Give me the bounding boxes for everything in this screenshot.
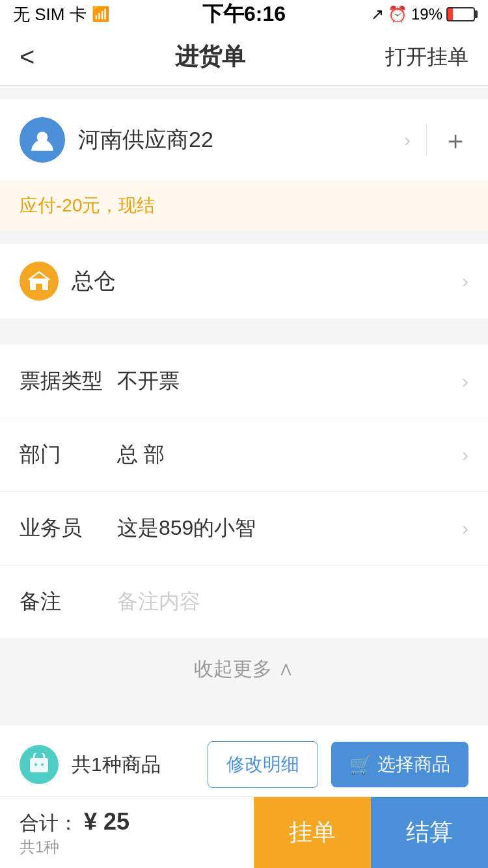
total-label: 合计：	[20, 812, 78, 834]
form-section: 票据类型 不开票 › 部门 总 部 › 业务员 这是859的小智 › 备注 备注…	[0, 345, 488, 639]
svg-point-4	[34, 763, 37, 766]
warehouse-name: 总仓	[72, 266, 462, 296]
supplier-avatar	[20, 117, 65, 163]
divider-2	[0, 230, 488, 243]
select-product-button[interactable]: 🛒 选择商品	[331, 742, 468, 787]
back-button[interactable]: <	[20, 42, 34, 72]
total-count: 共1种	[20, 837, 234, 858]
salesman-value: 这是859的小智	[111, 514, 462, 543]
notice-banner: 应付-20元，现结	[0, 182, 488, 230]
hang-button[interactable]: 挂单	[254, 797, 371, 868]
wifi-icon: 📶	[92, 6, 109, 23]
collapse-label: 收起更多 ∧	[194, 656, 293, 683]
divider-3	[0, 319, 488, 332]
invoice-type-label: 票据类型	[20, 367, 111, 396]
warehouse-icon	[20, 262, 59, 301]
total-amount: ¥ 25	[84, 808, 129, 835]
add-supplier-button[interactable]: ＋	[442, 122, 468, 158]
warehouse-section: 总仓 ›	[0, 243, 488, 319]
carrier-label: 无 SIM 卡	[13, 3, 87, 26]
battery-label: 19%	[411, 5, 442, 23]
location-icon: ↗	[371, 5, 384, 23]
salesman-chevron-icon: ›	[462, 517, 468, 539]
supplier-section: 河南供应商22 › ＋ 应付-20元，现结	[0, 99, 488, 230]
open-hang-button[interactable]: 打开挂单	[385, 43, 468, 72]
remark-row[interactable]: 备注 备注内容	[0, 565, 488, 639]
salesman-row[interactable]: 业务员 这是859的小智 ›	[0, 492, 488, 565]
edit-details-button[interactable]: 修改明细	[208, 741, 318, 788]
salesman-label: 业务员	[20, 514, 111, 543]
department-row[interactable]: 部门 总 部 ›	[0, 418, 488, 492]
svg-point-5	[41, 763, 44, 766]
status-bar: 无 SIM 卡 📶 下午6:16 ↗ ⏰ 19%	[0, 0, 488, 29]
checkout-button[interactable]: 结算	[371, 797, 488, 868]
battery-icon	[446, 7, 475, 21]
remark-placeholder: 备注内容	[111, 588, 468, 616]
department-chevron-icon: ›	[462, 444, 468, 466]
cart-icon: 🛒	[349, 754, 372, 776]
collapse-button[interactable]: 收起更多 ∧	[0, 639, 488, 699]
status-bar-right: ↗ ⏰ 19%	[371, 5, 475, 23]
products-count: 共1种商品	[72, 752, 195, 778]
remark-label: 备注	[20, 588, 111, 616]
total-section: 合计： ¥ 25 共1种	[0, 797, 254, 868]
department-value: 总 部	[111, 441, 462, 469]
divider-top	[0, 86, 488, 99]
svg-rect-2	[36, 284, 42, 290]
divider-4	[0, 699, 488, 712]
vertical-divider	[426, 124, 427, 156]
warehouse-row[interactable]: 总仓 ›	[0, 243, 488, 319]
total-row: 合计： ¥ 25	[20, 808, 234, 837]
warehouse-chevron-icon: ›	[462, 270, 468, 292]
invoice-type-chevron-icon: ›	[462, 370, 468, 392]
page-title: 进货单	[175, 41, 245, 73]
supplier-name: 河南供应商22	[78, 125, 404, 155]
supplier-chevron-icon: ›	[404, 129, 411, 151]
products-header: 共1种商品 修改明细 🛒 选择商品	[0, 726, 488, 804]
products-icon	[20, 745, 59, 784]
department-label: 部门	[20, 441, 111, 469]
invoice-type-row[interactable]: 票据类型 不开票 ›	[0, 345, 488, 418]
alarm-icon: ⏰	[388, 5, 407, 23]
invoice-type-value: 不开票	[111, 367, 462, 396]
bottom-bar: 合计： ¥ 25 共1种 挂单 结算	[0, 796, 488, 868]
select-product-label: 选择商品	[377, 752, 450, 777]
svg-rect-3	[30, 758, 48, 772]
status-bar-time: 下午6:16	[202, 0, 286, 29]
status-bar-left: 无 SIM 卡 📶	[13, 3, 109, 26]
supplier-row[interactable]: 河南供应商22 › ＋	[0, 99, 488, 182]
nav-bar: < 进货单 打开挂单	[0, 29, 488, 86]
